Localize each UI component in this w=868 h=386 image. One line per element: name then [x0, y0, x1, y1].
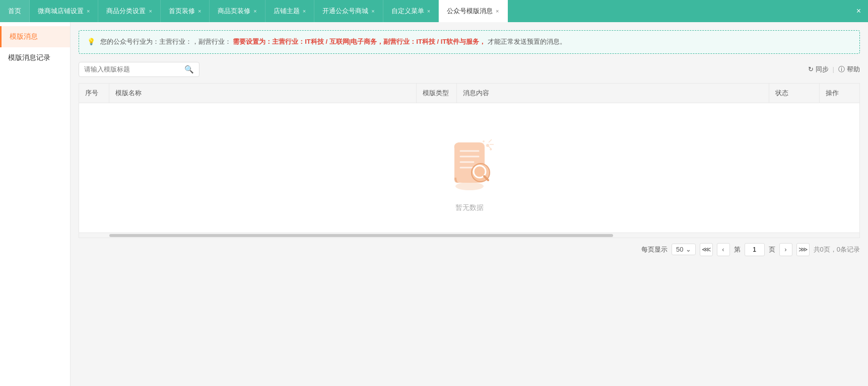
- sync-label: 同步: [816, 65, 829, 74]
- notice-icon: 💡: [87, 38, 95, 45]
- notice-prefix: 您的公众号行业为：主营行业：，副营行业：: [100, 38, 231, 45]
- table-header-name: 模版名称: [109, 83, 417, 103]
- sidebar-item-template-message-log[interactable]: 模版消息记录: [0, 47, 70, 68]
- table-header-status: 状态: [769, 83, 820, 103]
- current-page-input[interactable]: [745, 243, 765, 256]
- tab-open-mall[interactable]: 开通公众号商城×: [314, 0, 383, 22]
- data-table: 序号模版名称模版类型消息内容状态操作: [79, 83, 860, 103]
- empty-text: 暂无数据: [79, 203, 859, 212]
- page-size-label: 每页显示: [641, 245, 667, 254]
- toolbar-divider: |: [833, 65, 834, 73]
- main-layout: 模版消息模版消息记录 💡 您的公众号行业为：主营行业：，副营行业： 需要设置为：…: [0, 22, 868, 386]
- sidebar: 模版消息模版消息记录: [0, 22, 71, 386]
- tab-bar: 首页微商城店铺设置×商品分类设置×首页装修×商品页装修×店铺主题×开通公众号商城…: [0, 0, 868, 22]
- page-size-value: 50: [676, 246, 683, 253]
- sync-button[interactable]: ↻ 同步: [808, 65, 829, 74]
- content-area: 💡 您的公众号行业为：主营行业：，副营行业： 需要设置为：主营行业：IT科技 /…: [71, 22, 868, 386]
- table-header-content: 消息内容: [457, 83, 769, 103]
- notice-highlight: 需要设置为：主营行业：IT科技 / 互联网|电子商务，副营行业：IT科技 / I…: [233, 38, 486, 45]
- tab-close-custom-menu[interactable]: ×: [427, 8, 430, 14]
- page-label-suf: 页: [769, 245, 775, 254]
- next-page-button[interactable]: ›: [779, 243, 792, 256]
- svg-point-10: [483, 140, 485, 142]
- toolbar-right: ↻ 同步 | ⓘ 帮助: [808, 65, 860, 74]
- svg-point-0: [455, 182, 484, 190]
- page-label-pre: 第: [734, 245, 741, 254]
- scrollbar-thumb: [109, 234, 613, 237]
- total-info: 共0页，0条记录: [814, 245, 860, 254]
- page-size-select[interactable]: 50 ⌄: [672, 244, 695, 255]
- tab-close-home-decoration[interactable]: ×: [198, 8, 201, 14]
- tab-shop-settings[interactable]: 微商城店铺设置×: [30, 0, 98, 22]
- sync-icon: ↻: [808, 65, 814, 73]
- chevron-down-icon: ⌄: [686, 246, 691, 253]
- scrollbar-row[interactable]: [79, 233, 860, 238]
- search-icon[interactable]: 🔍: [184, 65, 194, 74]
- empty-state: 暂无数据: [79, 103, 860, 233]
- tab-home[interactable]: 首页: [0, 0, 30, 22]
- empty-illustration: [439, 133, 500, 194]
- help-button[interactable]: ⓘ 帮助: [838, 65, 860, 74]
- tab-close-open-mall[interactable]: ×: [371, 8, 374, 14]
- search-input[interactable]: [84, 65, 184, 73]
- tab-close-product-decoration[interactable]: ×: [253, 8, 256, 14]
- tab-template-msg[interactable]: 公众号模版消息×: [439, 0, 507, 22]
- notice-suffix: 才能正常发送预置的消息。: [488, 38, 566, 45]
- tab-category-settings[interactable]: 商品分类设置×: [98, 0, 160, 22]
- tab-store-theme[interactable]: 店铺主题×: [265, 0, 314, 22]
- tab-close-category-settings[interactable]: ×: [149, 8, 152, 14]
- table-header-action: 操作: [820, 83, 860, 103]
- tab-close-shop-settings[interactable]: ×: [87, 8, 90, 14]
- pagination-row: 每页显示 50 ⌄ ⋘ ‹ 第 页 › ⋙ 共0页，0条记录: [79, 238, 860, 256]
- tab-product-decoration[interactable]: 商品页装修×: [210, 0, 265, 22]
- notice-banner: 💡 您的公众号行业为：主营行业：，副营行业： 需要设置为：主营行业：IT科技 /…: [79, 30, 860, 54]
- toolbar-row: 🔍 ↻ 同步 | ⓘ 帮助: [79, 62, 860, 77]
- table-header-type: 模版类型: [417, 83, 457, 103]
- tab-custom-menu[interactable]: 自定义菜单×: [383, 0, 439, 22]
- first-page-button[interactable]: ⋘: [700, 243, 713, 256]
- svg-line-11: [489, 139, 492, 142]
- empty-icon-wrapper: [79, 133, 859, 195]
- tab-close-store-theme[interactable]: ×: [303, 8, 306, 14]
- search-box: 🔍: [79, 62, 199, 77]
- help-label: 帮助: [847, 65, 860, 74]
- prev-page-button[interactable]: ‹: [717, 243, 730, 256]
- tab-home-decoration[interactable]: 首页装修×: [161, 0, 210, 22]
- close-all-tabs-button[interactable]: ×: [849, 7, 868, 16]
- last-page-button[interactable]: ⋙: [796, 243, 810, 256]
- table-header-index: 序号: [79, 83, 109, 103]
- sidebar-item-template-message[interactable]: 模版消息: [0, 26, 70, 47]
- tab-close-template-msg[interactable]: ×: [496, 8, 499, 14]
- help-icon: ⓘ: [838, 65, 845, 74]
